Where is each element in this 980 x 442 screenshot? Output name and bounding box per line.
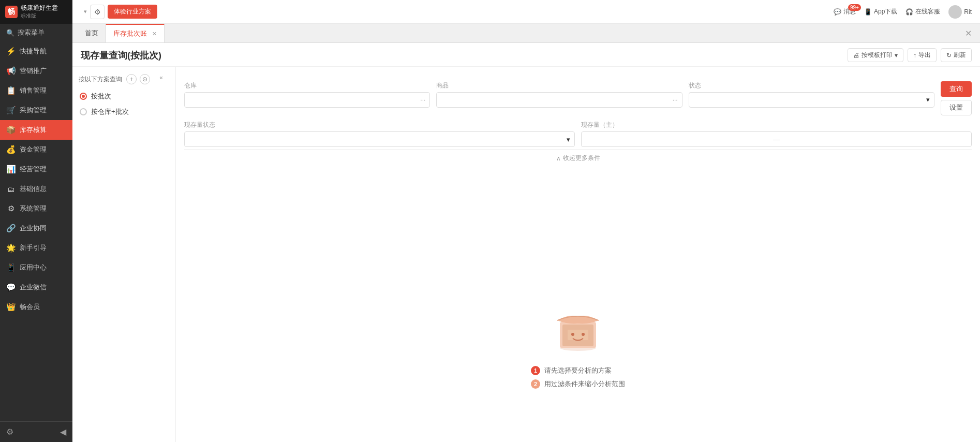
scheme-settings-button[interactable]: ⊙ [140,74,150,84]
left-panel-collapse-button[interactable]: « [153,74,169,84]
online-service-label: 在线客服 [915,7,940,16]
status-label: 状态 [689,81,934,90]
goods-input[interactable]: ··· [436,92,682,108]
filter-row-2: 现存量状态 ▾ 现存量（主） [184,121,972,147]
refresh-button[interactable]: ↻ 刷新 [941,48,972,62]
empty-hint-2: 2 用过滤条件来缩小分析范围 [531,379,625,389]
hint-text-1: 请先选择要分析的方案 [544,366,612,375]
app-download-action[interactable]: 📱 App下载 [864,7,897,16]
breadcrumb-dropdown-icon[interactable]: ▾ [84,8,87,15]
sidebar-item-system[interactable]: ⚙ 系统管理 [0,199,72,218]
gear-icon[interactable]: ⚙ [6,427,13,437]
sidebar-item-wechat[interactable]: 💬 企业微信 [0,277,72,297]
sidebar-item-label: 营销推广 [20,66,47,76]
stock-status-dropdown-icon: ▾ [567,136,570,143]
system-icon: ⚙ [6,204,16,213]
user-profile[interactable]: Rit [948,5,972,19]
empty-illustration [547,293,609,356]
collapse-more-button[interactable]: ∧ 收起更多条件 [184,149,972,167]
empty-hint-1: 1 请先选择要分析的方案 [531,366,625,375]
filter-setting-button[interactable]: 设置 [941,100,972,115]
sales-icon: 📋 [6,86,16,95]
sidebar-item-sales[interactable]: 📋 销售管理 [0,81,72,100]
stock-status-label: 现存量状态 [184,121,575,129]
operation-icon: 📊 [6,165,16,174]
sidebar-item-marketing[interactable]: 📢 营销推广 [0,61,72,81]
stock-qty-label: 现存量（主） [581,121,972,129]
sidebar-item-apps[interactable]: 📱 应用中心 [0,258,72,277]
sidebar-item-enterprise[interactable]: 🔗 企业协同 [0,218,72,238]
tab-home[interactable]: 首页 [78,24,106,42]
marketing-icon: 📢 [6,66,16,76]
scheme-item-by-warehouse-batch[interactable]: 按仓库+批次 [72,104,175,120]
warehouse-input[interactable]: ··· [184,92,430,108]
export-label: 导出 [918,51,931,60]
trial-button[interactable]: 体验行业方案 [108,5,157,19]
sidebar-item-guide[interactable]: 🌟 新手引导 [0,238,72,258]
print-icon: 🖨 [853,52,859,59]
guide-icon: 🌟 [6,243,16,253]
add-scheme-button[interactable]: + [126,74,137,84]
message-icon: 💬 [834,8,841,16]
sidebar-item-basic[interactable]: 🗂 基础信息 [0,179,72,199]
stock-qty-to[interactable] [783,136,967,143]
stock-qty-range[interactable]: — [581,131,972,147]
page-content: 现存量查询(按批次) 🖨 按模板打印 ▾ ↑ 导出 ↻ 刷新 [72,43,980,442]
message-action[interactable]: 💬 消息 99+ [834,7,856,16]
scheme-item-by-batch[interactable]: 按批次 [72,89,175,104]
stock-status-field: 现存量状态 ▾ [184,121,575,147]
stock-status-select[interactable]: ▾ [184,131,575,147]
sidebar-nav: 🔍 搜索菜单 ⚡ 快捷导航 📢 营销推广 📋 销售管理 🛒 采购管理 📦 库存核… [0,24,72,421]
export-button[interactable]: ↑ 导出 [908,48,937,62]
sidebar-item-inventory[interactable]: 📦 库存核算 [0,120,72,140]
stock-qty-field: 现存量（主） — [581,121,972,147]
sidebar-item-finance[interactable]: 💰 资金管理 [0,140,72,159]
topbar-settings-button[interactable]: ⚙ [90,5,105,19]
sidebar-item-label: 资金管理 [20,145,47,154]
panel-close-button[interactable]: ✕ [965,28,972,38]
topbar: ▾ ⚙ 体验行业方案 💬 消息 99+ 📱 App下载 🎧 在线客服 Ri [72,0,980,24]
goods-more-icon[interactable]: ··· [673,96,678,104]
hint-num-1: 1 [531,366,540,375]
tab-close-icon[interactable]: ✕ [152,31,157,37]
collapse-icon[interactable]: ◀ [60,427,66,437]
sidebar-item-label: 库存核算 [20,125,47,135]
status-select[interactable]: ▾ [689,92,934,108]
scheme-label: 按仓库+批次 [91,107,129,116]
stock-qty-from[interactable] [586,136,770,143]
inventory-icon: 📦 [6,125,16,135]
filter-row-1: 仓库 ··· 商品 ··· [184,73,972,115]
app-logo: 畅 [5,6,18,18]
warehouse-more-icon[interactable]: ··· [420,96,425,104]
sidebar-search[interactable]: 🔍 搜索菜单 [0,24,72,41]
collapse-icon: ∧ [556,155,561,162]
sidebar-item-quick-nav[interactable]: ⚡ 快捷导航 [0,41,72,61]
export-icon: ↑ [913,52,916,59]
sidebar-footer: ⚙ ◀ [0,421,72,442]
svg-point-4 [571,333,574,336]
online-service-action[interactable]: 🎧 在线客服 [905,7,940,16]
filter-area: 按以下方案查询 + ⊙ « 按批次 [72,67,980,442]
sidebar-item-label: 系统管理 [20,204,47,213]
app-download-icon: 📱 [864,8,872,16]
scheme-radio-active [80,93,87,100]
refresh-label: 刷新 [954,51,966,60]
tab-inventory-batch[interactable]: 库存批次账 ✕ [106,24,165,42]
svg-rect-3 [568,330,588,340]
print-button[interactable]: 🖨 按模板打印 ▾ [848,48,903,62]
tabbar: 首页 库存批次账 ✕ ✕ [72,24,980,43]
empty-state: 1 请先选择要分析的方案 2 用过滤条件来缩小分析范围 [176,240,980,443]
left-panel-actions: + ⊙ « [126,74,169,84]
topbar-settings-icon: ⚙ [94,8,101,16]
warehouse-filter-field: 仓库 ··· [184,81,430,108]
left-panel: 按以下方案查询 + ⊙ « 按批次 [72,67,176,442]
status-filter-field: 状态 ▾ [689,81,934,108]
sidebar-item-operation[interactable]: 📊 经营管理 [0,159,72,179]
sidebar-item-label: 经营管理 [20,165,47,174]
status-dropdown-icon: ▾ [926,96,930,104]
sidebar-item-label: 采购管理 [20,106,47,115]
query-button[interactable]: 查询 [941,81,972,97]
sidebar-item-purchase[interactable]: 🛒 采购管理 [0,100,72,120]
sidebar-item-member[interactable]: 👑 畅会员 [0,297,72,317]
sidebar: 畅 畅康通好生意 标准版 🔍 搜索菜单 ⚡ 快捷导航 📢 营销推广 📋 销售管理… [0,0,72,442]
